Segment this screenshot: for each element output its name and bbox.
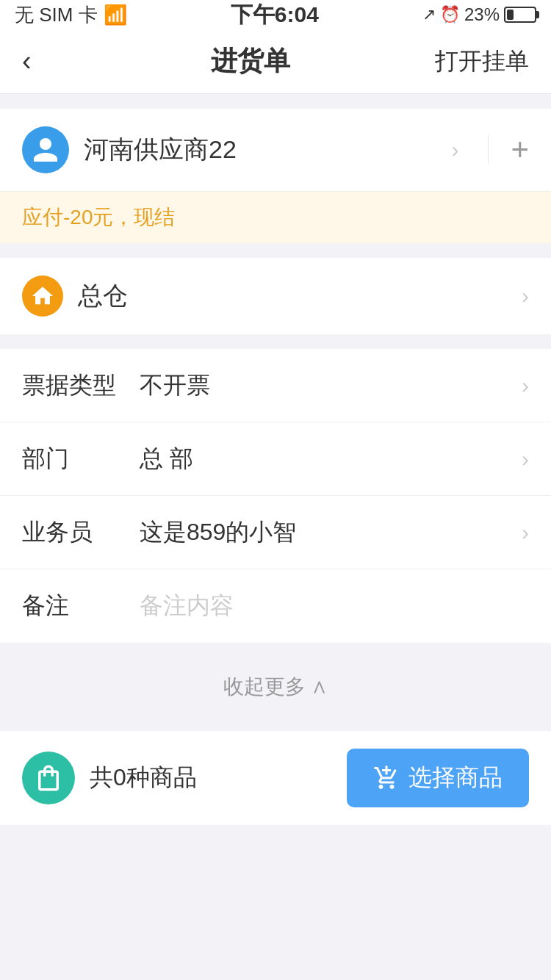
alarm-icon: ⏰ [440,5,460,24]
product-count: 共0种商品 [90,762,332,794]
supplier-chevron-icon: › [451,137,458,162]
wifi-icon: 📶 [104,4,127,26]
shopping-bag-icon [33,763,64,793]
product-bar: 共0种商品 选择商品 [0,731,551,825]
salesperson-value: 这是859的小智 [125,516,522,549]
warehouse-section: 总仓 › [0,258,551,334]
form-section: 票据类型 不开票 › 部门 总 部 › 业务员 这是859的小智 › 备注 备注… [0,349,551,643]
department-label: 部门 [22,443,125,475]
battery-percent: 23% [464,4,500,25]
department-chevron-icon: › [522,447,529,472]
carrier-text: 无 SIM 卡 [15,2,98,28]
select-product-button[interactable]: 选择商品 [347,749,529,807]
invoice-type-row[interactable]: 票据类型 不开票 › [0,349,551,422]
notice-text: 应付-20元，现结 [22,206,175,228]
warehouse-row[interactable]: 总仓 › [0,258,551,334]
remark-row[interactable]: 备注 备注内容 [0,569,551,643]
supplier-name: 河南供应商22 [84,133,451,167]
location-icon: ↗ [422,5,436,24]
gap-1 [0,94,551,109]
supplier-avatar [22,126,69,173]
back-button[interactable]: ‹ [22,46,66,77]
collapse-label: 收起更多 ∧ [223,673,328,701]
supplier-section: 河南供应商22 › + 应付-20元，现结 [0,109,551,243]
status-left: 无 SIM 卡 📶 [15,2,127,28]
notice-bar: 应付-20元，现结 [0,192,551,243]
department-value: 总 部 [125,443,522,475]
status-right: ↗ ⏰ 23% [422,4,536,25]
remark-input[interactable]: 备注内容 [125,590,529,622]
select-product-label: 选择商品 [408,762,503,794]
collapse-bar[interactable]: 收起更多 ∧ [0,657,551,716]
supplier-divider [488,135,489,165]
salesperson-row[interactable]: 业务员 这是859的小智 › [0,496,551,569]
salesperson-chevron-icon: › [522,520,529,545]
invoice-type-value: 不开票 [125,370,522,402]
battery-icon [504,7,536,23]
warehouse-name: 总仓 [78,279,522,313]
cart-icon [373,765,400,791]
page-title: 进货单 [211,43,290,79]
invoice-type-label: 票据类型 [22,370,125,402]
status-bar: 无 SIM 卡 📶 下午6:04 ↗ ⏰ 23% [0,0,551,29]
supplier-row[interactable]: 河南供应商22 › + [0,109,551,192]
department-row[interactable]: 部门 总 部 › [0,422,551,496]
open-pending-button[interactable]: 打开挂单 [435,46,529,78]
home-icon [30,284,55,309]
remark-label: 备注 [22,590,125,622]
warehouse-icon [22,275,63,317]
status-time: 下午6:04 [231,0,319,30]
warehouse-chevron-icon: › [522,284,529,309]
person-icon [31,135,60,165]
nav-bar: ‹ 进货单 打开挂单 [0,29,551,94]
invoice-type-chevron-icon: › [522,373,529,398]
salesperson-label: 业务员 [22,516,125,549]
product-icon [22,752,75,804]
add-button[interactable]: + [511,132,529,167]
